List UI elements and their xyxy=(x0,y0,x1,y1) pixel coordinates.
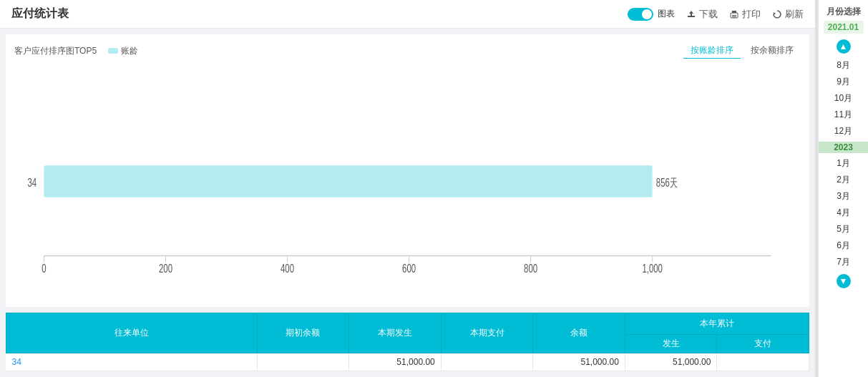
scroll-up-button[interactable]: ▲ xyxy=(837,39,851,54)
svg-text:1,000: 1,000 xyxy=(642,262,663,275)
svg-text:200: 200 xyxy=(159,262,172,275)
cell-balance: 51,000.00 xyxy=(533,353,625,371)
month-item[interactable]: 11月 xyxy=(819,107,868,122)
svg-rect-3 xyxy=(732,11,736,13)
scroll-down-button[interactable]: ▼ xyxy=(837,274,851,288)
print-icon xyxy=(729,9,739,19)
sort-by-balance-button[interactable]: 按余额排序 xyxy=(743,43,801,59)
cell-current-pay xyxy=(441,353,533,371)
chart-sort-buttons: 按账龄排序 按余额排序 xyxy=(683,43,801,59)
month-item[interactable]: 7月 xyxy=(819,255,868,270)
month-item[interactable]: 5月 xyxy=(819,222,868,237)
svg-marker-1 xyxy=(689,11,693,16)
download-label: 下载 xyxy=(699,8,718,21)
refresh-icon xyxy=(772,9,782,19)
refresh-button[interactable]: 刷新 xyxy=(772,8,804,21)
unit-link[interactable]: 34 xyxy=(12,357,21,367)
data-table: 往来单位 期初余额 本期发生 本期支付 余额 本年累计 发生 支付 34 51,… xyxy=(6,313,809,371)
svg-rect-4 xyxy=(732,15,736,16)
month-item[interactable]: 12月 xyxy=(819,124,868,139)
month-item[interactable]: 6月 xyxy=(819,238,868,253)
download-icon xyxy=(686,9,696,19)
svg-text:600: 600 xyxy=(402,262,416,275)
col-ytd-pay-header: 支付 xyxy=(717,335,809,353)
cell-ytd-occur: 51,000.00 xyxy=(625,353,717,371)
month-item[interactable]: 4月 xyxy=(819,205,868,220)
chart-body: 34 856天 0 200 400 600 800 1,000 xyxy=(14,64,801,298)
chart-toggle[interactable] xyxy=(628,8,653,21)
month-item[interactable]: 3月 xyxy=(819,189,868,204)
col-current-occur-header: 本期发生 xyxy=(349,313,442,353)
svg-text:800: 800 xyxy=(524,262,537,275)
header-actions: 图表 下载 打印 刷新 xyxy=(628,8,804,21)
toggle-label: 图表 xyxy=(658,8,675,20)
svg-text:34: 34 xyxy=(27,176,36,190)
svg-rect-0 xyxy=(688,16,695,17)
sort-by-amount-button[interactable]: 按账龄排序 xyxy=(683,43,741,59)
svg-text:0: 0 xyxy=(42,262,46,275)
col-unit-header: 往来单位 xyxy=(6,313,258,353)
refresh-label: 刷新 xyxy=(785,8,804,21)
cell-opening xyxy=(257,353,349,371)
chart-section: 客户应付排序图TOP5 账龄 按账龄排序 按余额排序 34 856天 xyxy=(6,34,809,307)
col-ytd-header: 本年累计 xyxy=(625,313,809,335)
year-2023-label[interactable]: 2023 xyxy=(819,142,868,153)
print-button[interactable]: 打印 xyxy=(729,8,761,21)
legend-series: 账龄 xyxy=(121,45,138,57)
page-title: 应付统计表 xyxy=(11,6,69,21)
chart-toggle-wrapper: 图表 xyxy=(628,8,675,21)
svg-text:400: 400 xyxy=(281,262,294,275)
month-item[interactable]: 8月 xyxy=(819,58,868,73)
col-ytd-occur-header: 发生 xyxy=(625,335,717,353)
col-balance-header: 余额 xyxy=(533,313,625,353)
legend-dot xyxy=(108,48,118,54)
svg-rect-8 xyxy=(44,165,652,197)
month-list-after: 1月2月3月4月5月6月7月 xyxy=(819,156,868,270)
page-header: 应付统计表 图表 下载 打印 刷新 xyxy=(0,0,815,29)
chart-svg: 34 856天 0 200 400 600 800 1,000 xyxy=(14,64,801,298)
cell-unit: 34 xyxy=(6,353,258,371)
month-list-before: 8月9月10月11月12月 xyxy=(819,58,868,139)
col-opening-header: 期初余额 xyxy=(257,313,349,353)
month-item[interactable]: 10月 xyxy=(819,91,868,106)
table-row: 34 51,000.00 51,000.00 51,000.00 xyxy=(6,353,809,371)
current-year-display[interactable]: 2021.01 xyxy=(824,21,864,34)
cell-ytd-pay xyxy=(717,353,809,371)
month-item[interactable]: 2月 xyxy=(819,172,868,187)
right-sidebar: 月份选择 2021.01 ▲ 8月9月10月11月12月 2023 1月2月3月… xyxy=(818,0,868,377)
cell-current-occur: 51,000.00 xyxy=(349,353,442,371)
chart-legend-title: 客户应付排序图TOP5 xyxy=(14,45,97,57)
month-item[interactable]: 1月 xyxy=(819,156,868,171)
table-section: 往来单位 期初余额 本期发生 本期支付 余额 本年累计 发生 支付 34 51,… xyxy=(6,313,809,371)
svg-text:856天: 856天 xyxy=(656,176,678,190)
svg-rect-5 xyxy=(732,16,736,17)
chart-legend: 客户应付排序图TOP5 账龄 xyxy=(14,45,138,57)
download-button[interactable]: 下载 xyxy=(686,8,718,21)
col-current-pay-header: 本期支付 xyxy=(441,313,533,353)
print-label: 打印 xyxy=(742,8,761,21)
month-item[interactable]: 9月 xyxy=(819,74,868,89)
chart-header: 客户应付排序图TOP5 账龄 按账龄排序 按余额排序 xyxy=(14,43,801,59)
svg-marker-6 xyxy=(774,12,776,15)
sidebar-title: 月份选择 xyxy=(826,6,861,18)
